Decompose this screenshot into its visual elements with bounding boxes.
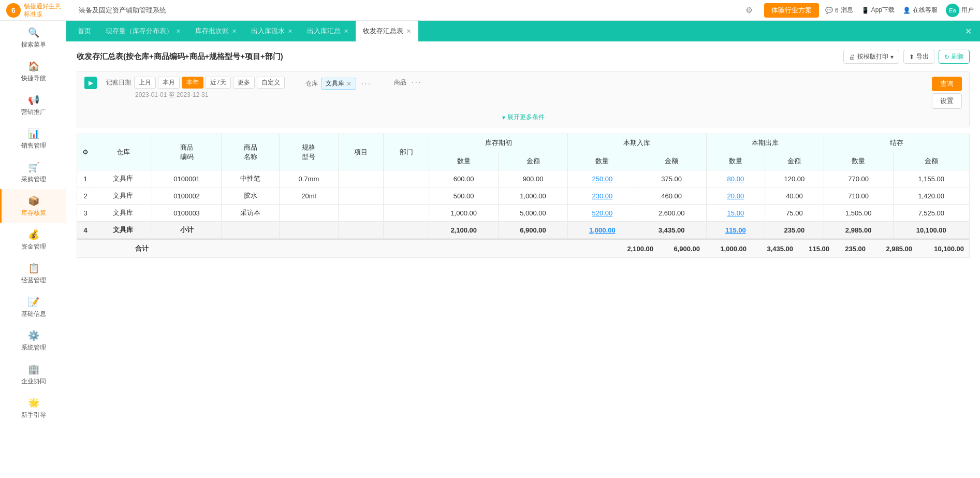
table-row: 1 文具库 0100001 中性笔 0.7mm 600.00 900.00 25… bbox=[77, 170, 970, 187]
tab-batch-account[interactable]: 库存批次账 ✕ bbox=[188, 21, 244, 41]
sidebar-item-marketing[interactable]: 📢 营销推广 bbox=[0, 88, 66, 122]
th-warehouse: 仓库 bbox=[94, 134, 152, 170]
sidebar-item-guide[interactable]: 🌟 新手引导 bbox=[0, 391, 66, 425]
main-layout: 🔍 搜索菜单 🏠 快捷导航 📢 营销推广 📊 销售管理 🛒 采购管理 📦 库存核… bbox=[0, 21, 980, 478]
system-title: 装备及固定资产辅助管理系统 bbox=[79, 6, 739, 15]
logo-icon: 6 bbox=[6, 3, 21, 18]
sidebar-item-finance[interactable]: 💰 资金管理 bbox=[0, 223, 66, 256]
row1-closing-qty: 770.00 bbox=[824, 170, 893, 187]
tab-in-out-flow[interactable]: 出入库流水 ✕ bbox=[244, 21, 300, 41]
sidebar-item-search[interactable]: 🔍 搜索菜单 bbox=[0, 21, 66, 54]
page-inner: 收发存汇总表(按仓库+商品编码+商品+规格型号+项目+部门) 🖨 按模版打印 ▾… bbox=[66, 41, 980, 478]
warehouse-filter-dots[interactable]: ··· bbox=[359, 79, 373, 89]
sidebar-item-sales[interactable]: 📊 销售管理 bbox=[0, 122, 66, 155]
warehouse-tag: 文具库 ✕ bbox=[321, 78, 356, 90]
subtotal-in-qty-link[interactable]: 1,000.00 bbox=[589, 226, 616, 234]
date-btn-custom[interactable]: 自定义 bbox=[257, 77, 285, 89]
page-title-actions: 🖨 按模版打印 ▾ ⬆ 导出 ↻ 刷新 bbox=[843, 50, 970, 64]
tab-close-stock-dist[interactable]: ✕ bbox=[176, 28, 181, 35]
tab-close-all-button[interactable]: ✕ bbox=[961, 24, 976, 38]
filter-expand-arrow[interactable]: ▶ bbox=[84, 77, 97, 89]
row1-goods-code: 0100001 bbox=[152, 170, 222, 187]
page-content: 收发存汇总表(按仓库+商品编码+商品+规格型号+项目+部门) 🖨 按模版打印 ▾… bbox=[66, 41, 980, 478]
user-avatar[interactable]: Ea 用户 bbox=[946, 4, 974, 17]
row3-in-qty: 520.00 bbox=[567, 205, 637, 222]
row2-in-qty-link[interactable]: 230.00 bbox=[592, 192, 612, 200]
online-service-button[interactable]: 👤 在线客服 bbox=[903, 6, 938, 15]
warehouse-label: 仓库 bbox=[305, 79, 318, 88]
tab-stock-dist[interactable]: 现存量（库存分布表） ✕ bbox=[98, 21, 188, 41]
row1-in-qty: 250.00 bbox=[567, 170, 637, 187]
tab-close-receive-send-summary[interactable]: ✕ bbox=[406, 28, 411, 35]
row2-in-qty: 230.00 bbox=[567, 187, 637, 205]
row3-out-qty-link[interactable]: 15.00 bbox=[727, 209, 744, 217]
export-button[interactable]: ⬆ 导出 bbox=[903, 50, 934, 64]
home-icon: 🏠 bbox=[28, 61, 39, 72]
th-group-closing: 结存 bbox=[824, 134, 969, 152]
tab-home[interactable]: 首页 bbox=[70, 21, 98, 41]
table-row: 2 文具库 0100002 胶水 20ml 500.00 1,000.00 23… bbox=[77, 187, 970, 205]
sidebar-item-inventory[interactable]: 📦 库存核算 bbox=[0, 189, 66, 223]
sidebar-item-purchase[interactable]: 🛒 采购管理 bbox=[0, 155, 66, 189]
subtotal-out-qty: 115.00 bbox=[706, 222, 765, 239]
row3-no: 3 bbox=[77, 205, 94, 222]
tab-close-in-out-flow[interactable]: ✕ bbox=[288, 28, 292, 35]
total-opening-amt: 6,900.00 bbox=[659, 245, 700, 253]
row2-closing-qty: 710.00 bbox=[824, 187, 893, 205]
content-area: 首页 现存量（库存分布表） ✕ 库存批次账 ✕ 出入库流水 ✕ 出入库汇总 ✕ … bbox=[66, 21, 980, 478]
date-btn-7days[interactable]: 近7天 bbox=[206, 77, 231, 89]
query-button[interactable]: 查询 bbox=[932, 77, 962, 91]
row3-closing-amt: 7,525.00 bbox=[893, 205, 969, 222]
date-filter-row: 记账日期 上月 本月 本年 近7天 更多 自定义 bbox=[106, 77, 285, 89]
tab-close-in-out-summary[interactable]: ✕ bbox=[344, 28, 348, 35]
chevron-down-icon: ▾ bbox=[890, 53, 894, 61]
row1-out-qty: 80.00 bbox=[706, 170, 765, 187]
row2-out-qty-link[interactable]: 20.00 bbox=[727, 192, 744, 200]
notification-button[interactable]: 💬 6 消息 bbox=[825, 6, 853, 15]
row3-in-qty-link[interactable]: 520.00 bbox=[592, 209, 612, 217]
row2-out-amt: 40.00 bbox=[765, 187, 824, 205]
sidebar-item-quick-nav[interactable]: 🏠 快捷导航 bbox=[0, 54, 66, 88]
print-button[interactable]: 🖨 按模版打印 ▾ bbox=[843, 50, 899, 64]
sidebar-item-basic-info[interactable]: 📝 基础信息 bbox=[0, 290, 66, 324]
subtotal-out-amt: 235.00 bbox=[765, 222, 824, 239]
try-industry-button[interactable]: 体验行业方案 bbox=[764, 3, 819, 18]
row3-goods-name: 采访本 bbox=[221, 205, 279, 222]
date-btn-more[interactable]: 更多 bbox=[233, 77, 255, 89]
subtotal-out-qty-link[interactable]: 115.00 bbox=[725, 226, 746, 234]
settings-icon[interactable]: ⚙ bbox=[745, 5, 758, 15]
sidebar-item-operation[interactable]: 📋 经营管理 bbox=[0, 256, 66, 290]
subtotal-in-qty: 1,000.00 bbox=[567, 222, 637, 239]
sidebar-item-enterprise[interactable]: 🏢 企业协同 bbox=[0, 357, 66, 391]
warehouse-tag-remove[interactable]: ✕ bbox=[346, 80, 352, 88]
subtotal-opening-amt: 6,900.00 bbox=[499, 222, 568, 239]
operation-icon: 📋 bbox=[28, 263, 39, 274]
th-settings[interactable]: ⚙ bbox=[77, 134, 94, 170]
date-btn-this-month[interactable]: 本月 bbox=[158, 77, 180, 89]
row2-no: 2 bbox=[77, 187, 94, 205]
expand-more-conditions[interactable]: ▾ 展开更多条件 bbox=[502, 113, 545, 122]
app-download-button[interactable]: 📱 App下载 bbox=[861, 6, 895, 15]
refresh-button[interactable]: ↻ 刷新 bbox=[939, 50, 970, 64]
th-group-in: 本期入库 bbox=[567, 134, 706, 152]
sidebar-item-system[interactable]: ⚙️ 系统管理 bbox=[0, 324, 66, 357]
th-out-amt: 金额 bbox=[765, 152, 824, 170]
row3-out-amt: 75.00 bbox=[765, 205, 824, 222]
tab-close-batch-account[interactable]: ✕ bbox=[232, 28, 237, 35]
row1-project bbox=[338, 170, 384, 187]
tab-receive-send-summary[interactable]: 收发存汇总表 ✕ bbox=[356, 21, 418, 41]
date-btn-this-year[interactable]: 本年 bbox=[182, 77, 203, 89]
row1-out-qty-link[interactable]: 80.00 bbox=[727, 175, 744, 183]
th-in-amt: 金额 bbox=[637, 152, 706, 170]
subtotal-closing-amt: 10,100.00 bbox=[893, 222, 969, 239]
chevron-down-icon: ▾ bbox=[502, 114, 505, 121]
row2-goods-name: 胶水 bbox=[221, 187, 279, 205]
tab-in-out-summary[interactable]: 出入库汇总 ✕ bbox=[300, 21, 356, 41]
row1-in-qty-link[interactable]: 250.00 bbox=[592, 175, 612, 183]
goods-filter: 商品 ··· bbox=[394, 78, 423, 87]
row1-out-amt: 120.00 bbox=[765, 170, 824, 187]
date-btn-last-month[interactable]: 上月 bbox=[134, 77, 156, 89]
set-button[interactable]: 设置 bbox=[932, 93, 962, 109]
marketing-icon: 📢 bbox=[28, 94, 39, 106]
goods-filter-dots[interactable]: ··· bbox=[409, 78, 423, 87]
